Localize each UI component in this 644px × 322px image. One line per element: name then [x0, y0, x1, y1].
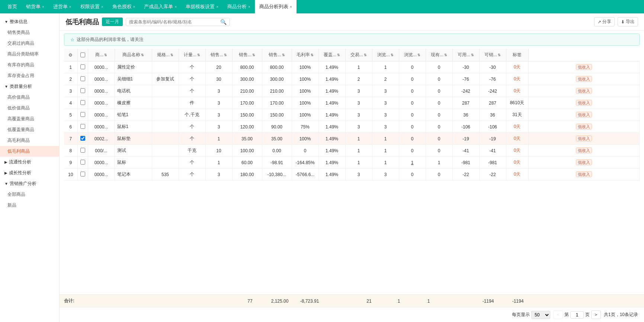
sort-icon[interactable]: ⇅: [282, 53, 285, 57]
nav-sales-order[interactable]: 销货单 ×: [22, 0, 49, 13]
close-icon[interactable]: ×: [248, 5, 250, 9]
nav-product-entry[interactable]: 产成品入库单 ×: [140, 0, 181, 13]
th-spec[interactable]: 规格... ⇅: [152, 49, 179, 61]
sort-icon[interactable]: ⇅: [444, 53, 447, 57]
row-checkbox-cell[interactable]: [77, 61, 88, 73]
th-coverage[interactable]: 覆盖... ⇅: [318, 49, 345, 61]
th-settings[interactable]: ⚙: [64, 49, 77, 61]
sidebar-item-low-coverage[interactable]: 低覆盖量商品: [0, 124, 59, 135]
th-browse2[interactable]: 浏览... ⇅: [399, 49, 426, 61]
sort-icon[interactable]: ⇅: [471, 53, 474, 57]
th-sales-qty[interactable]: 销售... ⇅: [205, 49, 232, 61]
next-page-button[interactable]: ＞: [591, 310, 601, 319]
sidebar-section-marketing[interactable]: ▼ 营销推广分析: [0, 178, 59, 189]
search-icon[interactable]: 🔍: [220, 19, 227, 25]
close-icon[interactable]: ×: [133, 5, 135, 9]
nav-purchase-order[interactable]: 进货单 ×: [49, 0, 76, 13]
row-checkbox[interactable]: [80, 64, 85, 69]
row-checkbox[interactable]: [80, 136, 85, 141]
row-checkbox-cell[interactable]: [77, 97, 88, 109]
th-sales-price[interactable]: 销售... ⇅: [232, 49, 262, 61]
sort-icon[interactable]: ⇅: [417, 53, 420, 57]
nav-product-analysis[interactable]: 商品分析 ×: [223, 0, 255, 13]
export-button[interactable]: ⬇ 导出: [618, 17, 638, 26]
row-checkbox[interactable]: [80, 76, 85, 81]
close-icon[interactable]: ×: [101, 5, 103, 9]
sort-icon[interactable]: ⇅: [252, 53, 255, 57]
sort-icon[interactable]: ⇅: [364, 53, 367, 57]
th-available[interactable]: 可用... ⇅: [452, 49, 479, 61]
sidebar-item-stock-capital[interactable]: 库存资金占用: [0, 70, 59, 81]
sidebar-item-new-products[interactable]: 新品: [0, 200, 59, 211]
sort-icon[interactable]: ⇅: [311, 53, 314, 57]
nav-role-auth[interactable]: 角色授权 ×: [108, 0, 140, 13]
row-checkbox[interactable]: [80, 124, 85, 129]
sort-icon[interactable]: ⇅: [170, 53, 173, 57]
row-checkbox-cell[interactable]: [77, 85, 88, 97]
sidebar-item-high-coverage[interactable]: 高覆盖量商品: [0, 114, 59, 124]
row-checkbox-cell[interactable]: [77, 109, 88, 121]
th-code[interactable]: 商... ⇅: [88, 49, 115, 61]
th-sellable[interactable]: 可销... ⇅: [479, 49, 506, 61]
row-checkbox-cell[interactable]: [77, 121, 88, 133]
sidebar-item-traded-products[interactable]: 交易过的商品: [0, 38, 59, 49]
sort-icon[interactable]: ⇅: [337, 53, 340, 57]
th-current[interactable]: 现有... ⇅: [426, 49, 452, 61]
sort-icon[interactable]: ⇅: [498, 53, 501, 57]
row-checkbox-cell[interactable]: [77, 169, 88, 181]
nav-permissions[interactable]: 权限设置 ×: [76, 0, 108, 13]
sidebar-item-sales-products[interactable]: 销售类商品: [0, 27, 59, 38]
row-browse1[interactable]: 1: [399, 157, 426, 169]
sort-icon[interactable]: ⇅: [391, 53, 394, 57]
close-icon[interactable]: ×: [42, 5, 44, 9]
select-all-checkbox[interactable]: [80, 52, 85, 57]
th-unit[interactable]: 计量... ⇅: [179, 49, 205, 61]
date-filter-button[interactable]: 近一月: [102, 17, 123, 26]
sidebar-item-category-rate[interactable]: 商品分类助销率: [0, 49, 59, 60]
row-checkbox-cell[interactable]: [77, 73, 88, 85]
row-checkbox[interactable]: [80, 148, 85, 153]
sort-icon[interactable]: ⇅: [141, 53, 144, 57]
table-container[interactable]: ⚙ 商... ⇅ 商品名称 ⇅ 规格... ⇅: [60, 49, 644, 294]
nav-product-analysis-list[interactable]: 商品分析列表 ×: [255, 0, 297, 13]
sidebar-section-flow[interactable]: ▶ 流通性分析: [0, 157, 59, 168]
th-trade[interactable]: 交易... ⇅: [345, 49, 372, 61]
nav-home[interactable]: 首页: [3, 0, 22, 13]
th-browse1[interactable]: 浏览... ⇅: [372, 49, 399, 61]
sidebar-section-growth[interactable]: ▶ 成长性分析: [0, 168, 59, 178]
sidebar-item-low-margin[interactable]: 低毛利商品: [0, 146, 59, 157]
row-checkbox[interactable]: [80, 100, 85, 105]
sidebar-item-low-value[interactable]: 低价值商品: [0, 103, 59, 114]
nav-template-settings[interactable]: 单据模板设置 ×: [181, 0, 223, 13]
prev-page-button[interactable]: ＜: [553, 310, 563, 319]
row-checkbox[interactable]: [80, 112, 85, 117]
sidebar-section-overall[interactable]: ▼ 整体信息: [0, 16, 59, 27]
th-tag[interactable]: 标签: [506, 49, 528, 61]
row-checkbox[interactable]: [80, 88, 85, 93]
sidebar-item-high-value[interactable]: 高价值商品: [0, 92, 59, 103]
row-checkbox-cell[interactable]: [77, 157, 88, 169]
th-margin[interactable]: 毛利率 ⇅: [292, 49, 318, 61]
sidebar-section-cluster[interactable]: ▼ 类群量分析: [0, 81, 59, 92]
sidebar-item-all-products[interactable]: 全部商品: [0, 189, 59, 200]
search-input[interactable]: [129, 19, 220, 25]
row-checkbox[interactable]: [80, 160, 85, 165]
sort-icon[interactable]: ⇅: [104, 53, 107, 57]
sidebar-item-in-stock[interactable]: 有库存的商品: [0, 60, 59, 70]
sidebar-item-high-margin[interactable]: 高毛利商品: [0, 135, 59, 146]
sort-icon[interactable]: ⇅: [224, 53, 227, 57]
th-name[interactable]: 商品名称 ⇅: [115, 49, 152, 61]
row-checkbox[interactable]: [80, 172, 85, 176]
page-number-input[interactable]: [570, 311, 584, 319]
close-icon[interactable]: ×: [216, 5, 218, 9]
th-sales-amt[interactable]: 销售... ⇅: [262, 49, 292, 61]
close-icon[interactable]: ×: [174, 5, 177, 9]
close-icon[interactable]: ×: [69, 5, 71, 9]
share-button[interactable]: ↗ 分享: [594, 17, 615, 26]
row-checkbox-cell[interactable]: [77, 133, 88, 145]
th-checkbox[interactable]: [77, 49, 88, 61]
per-page-select[interactable]: 50 20 100: [531, 311, 550, 319]
close-icon[interactable]: ×: [290, 5, 292, 9]
sort-icon[interactable]: ⇅: [197, 53, 200, 57]
row-checkbox-cell[interactable]: [77, 145, 88, 157]
